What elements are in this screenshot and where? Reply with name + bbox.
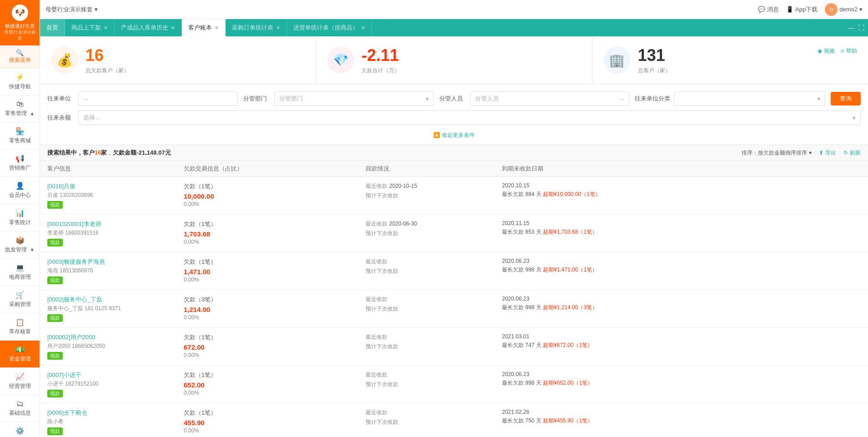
user-menu[interactable]: D demo2 ▾: [825, 3, 863, 16]
tab-product-onoff[interactable]: 商品上下架 ✕: [65, 19, 115, 36]
due-info-3: 2020.06.23 最长欠款 998 天 超期¥1,214.00（3笔）: [502, 296, 861, 311]
debt-amount-2[interactable]: 1,471.00: [184, 268, 216, 276]
debt-amount-1[interactable]: 1,703.68: [184, 230, 216, 238]
overdue-link-0[interactable]: 超期¥10,000.00（1笔）: [543, 191, 601, 197]
filter-person: 分管人员 分管人员 ···: [439, 91, 630, 106]
debt-amount-5[interactable]: 652.00: [184, 381, 216, 389]
tab-customer-account[interactable]: 客户账本 ✕: [182, 19, 226, 36]
tab-customer-account-close[interactable]: ✕: [215, 25, 219, 31]
tab-home[interactable]: 首页: [40, 19, 65, 36]
customer-name-5[interactable]: [0007]小进干: [47, 371, 184, 379]
balance-select[interactable]: 选择... ▾: [78, 111, 861, 125]
tab-product-inbound[interactable]: 产成品入库单历史 ✕: [115, 19, 182, 36]
sidebar-item-basic[interactable]: 🗂 基础信息: [0, 395, 40, 422]
from-unit-label: 往来单位: [47, 95, 75, 103]
sidebar-item-retail-stats[interactable]: 📊 零售统计: [0, 204, 40, 231]
overdue-link-4[interactable]: 超期¥672.00（1笔）: [543, 342, 593, 348]
overdue-link-6[interactable]: 超期¥455.90（1笔）: [543, 417, 593, 424]
customer-tag-3: 现款: [47, 314, 63, 322]
recovery-info-6: 最近收款 预计下次收款: [366, 409, 502, 426]
debt-cell-6: 欠款（1笔） 455.90 0.00%: [184, 409, 366, 434]
refresh-btn[interactable]: ↻ 刷新: [843, 149, 861, 157]
table-row: [0001020001]李老师 李老师 18600391516 现款 欠款（1笔…: [40, 215, 868, 252]
tab-product-onoff-close[interactable]: ✕: [104, 25, 108, 31]
debt-cell-0: 欠款（1笔） 10,000.00 0.00%: [184, 182, 366, 207]
sidebar-item-batch-mgmt[interactable]: 📦 批发管理 ▼: [0, 231, 40, 259]
video-btn[interactable]: ◉ 视频: [818, 47, 834, 55]
customer-name-4[interactable]: [000002]用户2050: [47, 333, 184, 342]
customer-name-3[interactable]: [0002]服务中心_丁磊: [47, 296, 184, 304]
overdue-link-1[interactable]: 超期¥1,703.68（1笔）: [543, 229, 597, 235]
person-label: 分管人员: [439, 95, 467, 103]
sidebar-item-system[interactable]: ⚙️ 系统管理: [0, 422, 40, 437]
sidebar-item-capital[interactable]: 💵 资金管理: [0, 341, 40, 368]
debt-amount-4[interactable]: 672.00: [184, 343, 216, 351]
customer-info-3: [0002]服务中心_丁磊 服务中心_丁磊 181 0125 8371 现款: [47, 296, 184, 322]
debt-count-1: 欠款（1笔）: [184, 220, 216, 228]
table-row: [0007]小进干 小进干 18279152100 现款 欠款（1笔） 652.…: [40, 366, 868, 403]
debt-ratio-6: 0.00%: [184, 427, 216, 434]
debt-customers-value: 16: [85, 45, 129, 65]
debt-customers-icon: 💰: [51, 46, 78, 74]
message-btn[interactable]: 💬 消息: [758, 5, 779, 14]
debt-info-0: 欠款（1笔） 10,000.00 0.00%: [184, 182, 216, 207]
sidebar: 🐶 畅捷通好生意 母婴行业演示账套 🔍 搜索菜单 ⚡ 快捷导航 🛍 零售管理 ▲…: [0, 0, 40, 437]
debt-total-icon: 💎: [327, 46, 354, 74]
tab-purchase-order[interactable]: 采购订单统计表 ✕: [226, 19, 287, 36]
query-btn[interactable]: 查询: [831, 92, 861, 105]
table-header: 客户信息 欠款交易信息（占比） 回款情况 到期未收款日期: [40, 161, 868, 177]
table-container: 客户信息 欠款交易信息（占比） 回款情况 到期未收款日期 [0016]吕俊 吕俊…: [40, 161, 868, 437]
company-selector[interactable]: 母婴行业演示账套 ▾: [45, 5, 98, 14]
tab-purchase-order-close[interactable]: ✕: [276, 25, 280, 31]
sidebar-search[interactable]: 🔍 搜索菜单: [0, 45, 40, 68]
customer-name-0[interactable]: [0016]吕俊: [47, 182, 184, 191]
due-info-4: 2021.03.01 最长欠款 747 天 超期¥672.00（1笔）: [502, 333, 861, 349]
overdue-link-3[interactable]: 超期¥1,214.00（3笔）: [543, 304, 597, 311]
debt-amount-6[interactable]: 455.90: [184, 419, 216, 427]
sidebar-item-retail-mgmt[interactable]: 🛍 零售管理 ▲: [0, 95, 40, 122]
recovery-info-4: 最近收款 预计下次收款: [366, 333, 502, 351]
sidebar-item-shortcut[interactable]: ⚡ 快捷导航: [0, 68, 40, 95]
sidebar-item-purchase[interactable]: 🛒 采购管理: [0, 286, 40, 313]
customer-name-1[interactable]: [0001020001]李老师: [47, 220, 184, 228]
debt-amount-3[interactable]: 1,214.00: [184, 306, 216, 313]
tab-minimize-btn[interactable]: —: [848, 24, 854, 31]
results-actions: 排序：按欠款金额倒序排序 ▾ ⬆ 导出 ↻ 刷新: [742, 149, 861, 157]
customer-name-2[interactable]: [0003]畅捷服务尹海燕: [47, 258, 184, 266]
sidebar-item-ops[interactable]: 📈 经营管理: [0, 368, 40, 395]
table-row: [000002]用户2050 用户2050 18665062050 现款 欠款（…: [40, 328, 868, 366]
filter-row-2: 往来余额 选择... ▾: [47, 111, 861, 125]
debt-amount-0[interactable]: 10,000.00: [184, 192, 216, 200]
debt-info-4: 欠款（1笔） 672.00 0.00%: [184, 333, 216, 358]
overdue-link-5[interactable]: 超期¥652.00（1笔）: [543, 380, 593, 386]
person-input[interactable]: 分管人员 ···: [470, 91, 630, 106]
customer-contact-6: 陈小希: [47, 418, 184, 426]
customer-contact-5: 小进干 18279152100: [47, 380, 184, 388]
sidebar-item-member[interactable]: 👤 会员中心: [0, 177, 40, 204]
help-btn[interactable]: ⊙ 帮助: [840, 47, 857, 55]
tab-product-inbound-close[interactable]: ✕: [171, 25, 175, 31]
sidebar-item-retail-store[interactable]: 🏪 零售商城: [0, 122, 40, 150]
overdue-link-2[interactable]: 超期¥1,471.00（1笔）: [543, 266, 597, 273]
sort-btn[interactable]: 排序：按欠款金额倒序排序 ▾: [742, 149, 812, 157]
export-btn[interactable]: ⬆ 导出: [819, 149, 836, 157]
sidebar-item-inventory[interactable]: 📋 库存核算: [0, 313, 40, 341]
customer-info-1: [0001020001]李老师 李老师 18600391516 现款: [47, 220, 184, 246]
tab-inbound-stats-close[interactable]: ✕: [361, 25, 365, 31]
from-unit-input[interactable]: ···: [78, 91, 238, 106]
tab-maximize-btn[interactable]: ⛶: [858, 24, 864, 31]
sidebar-item-ecom[interactable]: 💻 电商管理: [0, 259, 40, 286]
recovery-info-0: 最近收款2020-10-15 预计下次收款: [366, 182, 502, 200]
results-bar: 搜索结果中，客户16家，欠款金额-21,148.07元 排序：按欠款金额倒序排序…: [40, 145, 868, 161]
collapse-btn[interactable]: 🔼 收起更多条件: [47, 130, 861, 141]
app-download-btn[interactable]: 📱 App下载: [786, 5, 818, 14]
sidebar-item-marketing[interactable]: 📢 营销推广: [0, 150, 40, 177]
customer-name-6[interactable]: [0006]去下粮仓: [47, 409, 184, 417]
unit-category-input[interactable]: ▾: [674, 91, 825, 106]
customer-tag-6: 现款: [47, 427, 63, 435]
customer-tag-1: 现款: [47, 239, 63, 246]
tab-inbound-stats[interactable]: 进货单统计表（按商品） ✕: [287, 19, 372, 36]
dept-input[interactable]: 分管部门 ▾: [274, 91, 434, 106]
due-info-1: 2020.11.15 最长欠款 853 天 超期¥1,703.68（1笔）: [502, 220, 861, 236]
customer-tag-4: 现款: [47, 352, 63, 360]
